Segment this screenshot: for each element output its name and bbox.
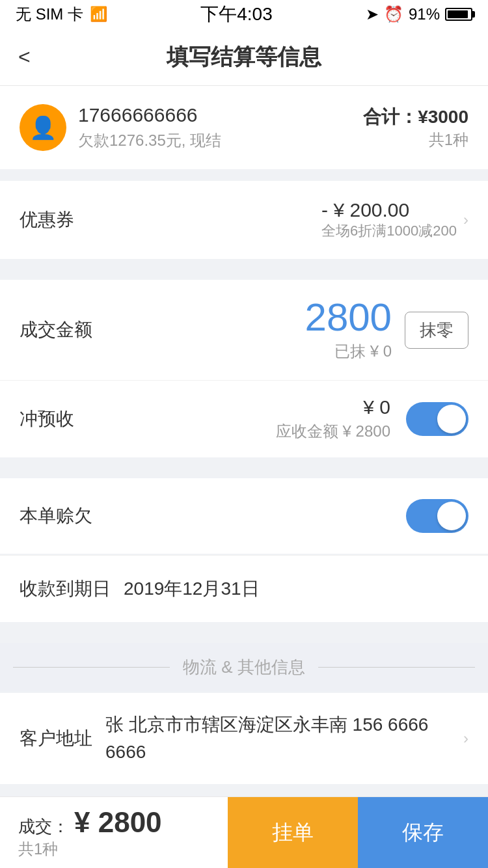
wifi-icon: 📶 <box>90 6 107 23</box>
bottom-bar: 成交： ¥ 2800 共1种 挂单 保存 <box>0 796 488 868</box>
coupon-right: - ¥ 200.00 全场6折满1000减200 › <box>321 199 468 241</box>
bottom-value: ¥ 2800 <box>74 806 162 839</box>
amount-label: 成交金额 <box>20 318 92 342</box>
prepay-value-block: ¥ 0 应收金额 ¥ 2800 <box>276 396 390 442</box>
save-button[interactable]: 保存 <box>358 797 488 869</box>
battery-icon <box>445 8 472 21</box>
divider-4 <box>0 632 488 643</box>
address-row[interactable]: 客户地址 张 北京市市辖区海淀区永丰南 156 6666 6666 › <box>0 693 488 784</box>
divider-2 <box>0 269 488 280</box>
debt-toggle[interactable] <box>406 499 468 533</box>
amount-right: 2800 已抹 ¥ 0 抹零 <box>305 298 468 362</box>
bottom-prefix: 成交： <box>18 815 69 838</box>
debt-toggle-knob <box>437 502 466 530</box>
debt-label: 本单赊欠 <box>20 504 92 528</box>
logistics-label: 物流 & 其他信息 <box>183 656 305 679</box>
duedate-value: 2019年12月31日 <box>124 576 260 601</box>
prepay-right: ¥ 0 应收金额 ¥ 2800 <box>276 396 468 442</box>
main-content: 👤 17666666666 欠款1276.35元, 现结 合计：¥3000 共1… <box>0 86 488 868</box>
back-button[interactable]: < <box>18 45 31 69</box>
customer-right: 合计：¥3000 共1种 <box>363 105 468 150</box>
coupon-discount: - ¥ 200.00 <box>321 199 457 221</box>
status-left: 无 SIM 卡 📶 <box>16 4 107 25</box>
address-value: 张 北京市市辖区海淀区永丰南 156 6666 6666 <box>105 711 463 766</box>
coupon-desc: 全场6折满1000减200 <box>321 221 457 241</box>
bottom-count: 共1种 <box>18 839 210 860</box>
amount-value-block: 2800 已抹 ¥ 0 <box>305 298 392 362</box>
customer-count: 共1种 <box>363 129 468 150</box>
amount-rubbed: 已抹 ¥ 0 <box>305 341 392 362</box>
toggle-knob <box>437 405 466 433</box>
alarm-icon: ⏰ <box>384 5 403 23</box>
status-bar: 无 SIM 卡 📶 下午4:03 ➤ ⏰ 91% <box>0 0 488 29</box>
customer-info: 17666666666 欠款1276.35元, 现结 <box>78 104 221 151</box>
prepay-due: 应收金额 ¥ 2800 <box>276 421 390 442</box>
prepay-toggle[interactable] <box>406 402 468 436</box>
prepay-label: 冲预收 <box>20 407 74 431</box>
duedate-row: 收款到期日 2019年12月31日 <box>0 556 488 622</box>
customer-card: 👤 17666666666 欠款1276.35元, 现结 合计：¥3000 共1… <box>0 86 488 169</box>
divider-line-left <box>13 667 170 668</box>
customer-phone: 17666666666 <box>78 104 221 126</box>
logistics-divider: 物流 & 其他信息 <box>0 643 488 692</box>
avatar: 👤 <box>20 104 66 151</box>
pending-button[interactable]: 挂单 <box>228 797 358 869</box>
address-label: 客户地址 <box>20 726 92 751</box>
coupon-label: 优惠券 <box>20 208 74 232</box>
duedate-label: 收款到期日 <box>20 576 111 601</box>
bottom-summary: 成交： ¥ 2800 共1种 <box>0 806 228 860</box>
status-right: ➤ ⏰ 91% <box>366 5 472 23</box>
coupon-row[interactable]: 优惠券 - ¥ 200.00 全场6折满1000减200 › <box>0 181 488 259</box>
divider-1 <box>0 170 488 181</box>
prepay-row: 冲预收 ¥ 0 应收金额 ¥ 2800 <box>0 380 488 457</box>
customer-total: 合计：¥3000 <box>363 105 468 129</box>
header: < 填写结算等信息 <box>0 29 488 86</box>
battery-fill <box>448 10 468 18</box>
carrier-label: 无 SIM 卡 <box>16 4 83 25</box>
coupon-value-block: - ¥ 200.00 全场6折满1000减200 <box>321 199 457 241</box>
amount-value: 2800 <box>305 298 392 337</box>
location-icon: ➤ <box>366 5 379 23</box>
bottom-summary-top: 成交： ¥ 2800 <box>18 806 210 839</box>
divider-line-right <box>318 667 475 668</box>
address-chevron: › <box>463 729 468 748</box>
divider-3 <box>0 468 488 478</box>
customer-debt: 欠款1276.35元, 现结 <box>78 130 221 151</box>
transaction-section: 成交金额 2800 已抹 ¥ 0 抹零 冲预收 ¥ 0 应收金额 ¥ 2800 <box>0 280 488 457</box>
coupon-chevron: › <box>463 211 468 229</box>
debt-row: 本单赊欠 <box>0 478 488 554</box>
amount-row: 成交金额 2800 已抹 ¥ 0 抹零 <box>0 280 488 380</box>
battery-percent: 91% <box>409 5 440 23</box>
status-time: 下午4:03 <box>200 2 273 27</box>
round-button[interactable]: 抹零 <box>405 312 468 349</box>
prepay-value: ¥ 0 <box>276 396 390 418</box>
customer-left: 👤 17666666666 欠款1276.35元, 现结 <box>20 104 221 151</box>
page-title: 填写结算等信息 <box>167 42 321 72</box>
